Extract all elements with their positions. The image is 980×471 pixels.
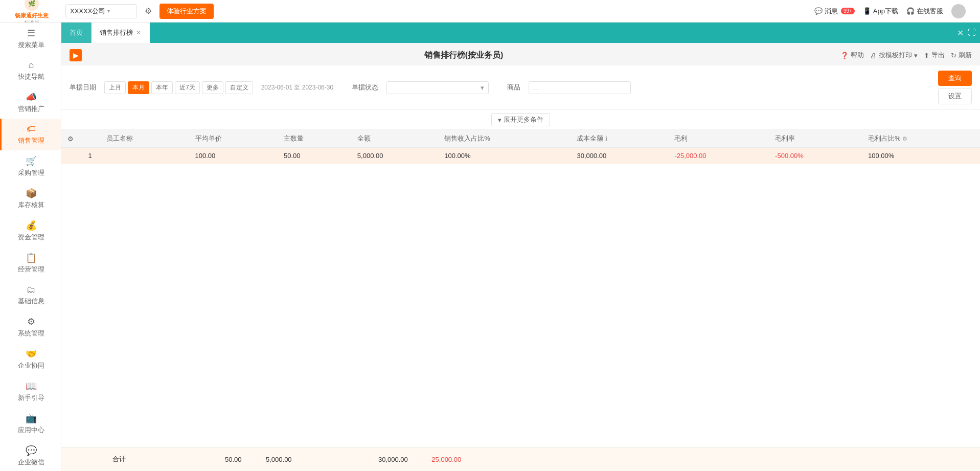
message-btn[interactable]: 💬 消息 99+ [814,7,855,16]
export-btn[interactable]: ⬆ 导出 [924,51,945,60]
expand-icon: ▾ [498,116,502,124]
online-service-btn[interactable]: 🎧 在线客服 [906,7,943,16]
footer-label: 合计 [106,452,168,467]
cell-quantity: 50.00 [278,148,351,164]
sidebar-label-sales: 销售管理 [18,136,44,145]
date-btn-7days[interactable]: 近7天 [175,81,200,94]
headset-icon: 🎧 [906,7,915,15]
sidebar-item-wechat[interactable]: 💬 企业微信 [0,440,61,471]
goods-input[interactable]: ... [529,81,631,94]
sidebar-item-finance[interactable]: 💰 资金管理 [0,215,61,247]
logo-line1: 畅康通好生意 [15,12,49,19]
setting-btn[interactable]: 设置 [938,88,972,104]
app-download-btn[interactable]: 📱 App下载 [863,7,898,16]
avatar[interactable] [951,4,966,18]
inventory-icon: 📦 [26,188,37,199]
cell-cost: 30,000.00 [571,148,668,164]
date-btn-more[interactable]: 更多 [202,81,223,94]
finance-icon: 💰 [26,220,37,231]
help-btn[interactable]: ❓ 帮助 [840,51,864,60]
collapse-arrow-btn[interactable]: ▶ [70,49,82,61]
col-cost: 成本全额 ℹ [571,130,668,148]
cell-rank: 1 [80,148,100,164]
chevron-down-icon: ▾ [107,8,110,14]
footer-sales-pct [311,456,372,462]
sidebar-label-wechat: 企业微信 [18,458,44,467]
col-name: 员工名称 [100,130,189,148]
date-btn-custom[interactable]: 自定义 [225,81,253,94]
sidebar-label-quick-nav: 快捷导航 [18,72,44,81]
sidebar-label-enterprise: 企业协同 [18,361,44,370]
expand-conditions-btn[interactable]: ▾ 展开更多条件 [491,113,550,126]
sidebar-item-enterprise[interactable]: 🤝 企业协同 [0,343,61,375]
tab-home[interactable]: 首页 [61,23,92,43]
sidebar-item-operations[interactable]: 📋 经营管理 [0,247,61,279]
footer-cost: 30,000.00 [372,453,423,466]
sales-icon: 🏷 [27,124,36,134]
goods-placeholder: ... [533,84,626,92]
enterprise-icon: 🤝 [26,348,37,360]
cell-amount: 5,000.00 [351,148,438,164]
page-header: ▶ 销售排行榜(按业务员) ❓ 帮助 🖨 按模板打印 ▾ ⬆ 导出 [61,43,980,65]
sidebar-item-inventory[interactable]: 📦 库存核算 [0,183,61,215]
company-name: XXXXX公司 [70,7,105,16]
expand-row: ▾ 展开更多条件 [61,110,980,130]
basics-icon: 🗂 [27,284,36,295]
tab-sales-ranking[interactable]: 销售排行榜 ✕ [92,23,150,43]
col-avg-price: 平均单价 [189,130,278,148]
message-icon: 💬 [814,7,823,15]
filter-actions: 查询 设置 [938,71,972,104]
date-label: 单据日期 [70,83,96,92]
refresh-label: 刷新 [959,51,972,60]
trial-button[interactable]: 体验行业方案 [159,4,214,19]
date-btn-this-month[interactable]: 本月 [128,81,149,94]
print-chevron-icon: ▾ [914,52,918,59]
sidebar-item-quick-nav[interactable]: ⌂ 快捷导航 [0,55,61,86]
svg-text:🌿: 🌿 [28,0,36,7]
tab-close-window-icon[interactable]: ✕ [957,28,964,38]
sidebar-label-apps: 应用中心 [18,425,44,435]
tab-close-icon[interactable]: ✕ [136,29,141,36]
print-icon: 🖨 [870,52,877,59]
col-settings[interactable]: ⚙ [61,130,80,148]
sidebar-item-system[interactable]: ⚙ 系统管理 [0,311,61,343]
purchase-icon: 🛒 [26,155,37,167]
tab-bar: 首页 销售排行榜 ✕ ✕ ⛶ [61,23,980,43]
table-row: 1 100.00 50.00 5,000.00 100.00% 30,000.0… [61,148,980,164]
sidebar-item-search[interactable]: ☰ 搜索菜单 [0,23,61,55]
date-btn-last-month[interactable]: 上月 [104,81,126,94]
search-icon: ☰ [27,28,35,39]
cell-sales-pct: 100.00% [438,148,571,164]
sidebar-item-purchase[interactable]: 🛒 采购管理 [0,150,61,183]
sidebar-item-marketing[interactable]: 📣 营销推广 [0,86,61,119]
company-selector[interactable]: XXXXX公司 ▾ [65,4,137,18]
data-table: ⚙ 员工名称 平均单价 主数量 全额 销售收入占比% 成本全额 ℹ 毛利 毛利率… [61,130,980,164]
goods-label: 商品 [507,83,520,92]
query-btn[interactable]: 查询 [938,71,972,86]
tab-bar-right: ✕ ⛶ [957,23,980,43]
sidebar-item-apps[interactable]: 📺 应用中心 [0,408,61,440]
sidebar-item-basics[interactable]: 🗂 基础信息 [0,279,61,311]
status-select[interactable]: ▾ [386,81,489,94]
print-btn[interactable]: 🖨 按模板打印 ▾ [870,51,918,60]
sidebar-label-search: 搜索菜单 [18,40,44,50]
cell-profit: -25,000.00 [668,148,769,164]
logo-icon: 🌿 [24,0,40,12]
col-profit-rate: 毛利率 [769,130,862,148]
system-icon: ⚙ [27,316,35,327]
sidebar-item-guide[interactable]: 📖 新手引导 [0,375,61,408]
app-download-label: App下载 [873,7,898,16]
tab-fullscreen-icon[interactable]: ⛶ [968,28,976,37]
cell-avg-price: 100.00 [189,148,278,164]
company-settings-icon[interactable]: ⚙ [141,4,155,18]
sidebar-item-sales[interactable]: 🏷 销售管理 [0,119,61,150]
refresh-btn[interactable]: ↻ 刷新 [951,51,972,60]
marketing-icon: 📣 [26,92,37,103]
page-title: 销售排行榜(按业务员) [424,50,504,61]
content-area: 首页 销售排行榜 ✕ ✕ ⛶ ▶ 销售排行榜(按业务员) ❓ 帮助 [61,23,980,471]
table-header-row: ⚙ 员工名称 平均单价 主数量 全额 销售收入占比% 成本全额 ℹ 毛利 毛利率… [61,130,980,148]
help-icon: ❓ [840,52,849,59]
footer-quantity: 50.00 [219,453,260,466]
date-btn-this-year[interactable]: 本年 [151,81,173,94]
main-layout: ☰ 搜索菜单 ⌂ 快捷导航 📣 营销推广 🏷 销售管理 🛒 采购管理 📦 库存核… [0,23,980,471]
